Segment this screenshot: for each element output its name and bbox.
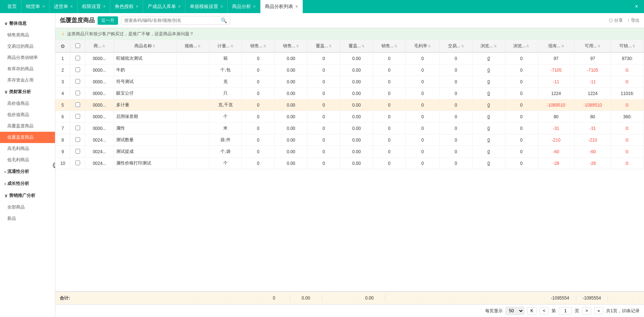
row-select-checkbox[interactable] (75, 91, 80, 95)
page-input[interactable] (559, 307, 572, 314)
close-permissions-tab[interactable]: × (103, 4, 106, 9)
nav-tab-roles[interactable]: 角色授权 × (110, 0, 143, 13)
close-products-tab[interactable]: × (178, 4, 181, 9)
gross-margin-column-header[interactable]: 毛利率⇅ (406, 40, 440, 52)
row-views1[interactable]: 0 (472, 76, 505, 88)
select-all-checkbox[interactable] (75, 43, 80, 48)
export-button[interactable]: ↑ 导出 (627, 17, 640, 24)
per-page-select[interactable]: 50 20 100 200 (506, 307, 524, 315)
close-sales-tab[interactable]: × (42, 4, 45, 9)
sidebar-section-wealth[interactable]: ∨ 类财富分析 (0, 86, 55, 98)
share-button[interactable]: ⬡ 分享 (609, 17, 623, 24)
nav-tab-goods-analysis[interactable]: 商品分析 × (228, 0, 260, 13)
settings-column-header[interactable]: ⚙ (55, 40, 70, 52)
search-input[interactable] (124, 18, 221, 23)
search-box[interactable]: 🔍 (121, 16, 230, 25)
row-select-checkbox[interactable] (75, 56, 80, 60)
row-views1[interactable]: 0 (472, 123, 505, 134)
sidebar-item-low-value[interactable]: 低价值商品 (0, 109, 55, 120)
sidebar-item-traded-goods[interactable]: 交易过的商品 (0, 41, 55, 52)
row-views1[interactable]: 0 (472, 111, 505, 123)
row-select-checkbox[interactable] (75, 102, 80, 107)
section-arrow-growth: › (4, 181, 6, 186)
sellable-column-header[interactable]: 可销...⇅ (611, 40, 644, 52)
code-column-header[interactable]: 商...⇅ (85, 40, 114, 52)
row-sales-amount: 0.00 (275, 64, 307, 76)
row-select-checkbox[interactable] (75, 149, 80, 154)
row-checkbox[interactable] (70, 123, 85, 134)
row-select-checkbox[interactable] (75, 67, 80, 72)
row-views1[interactable]: 0 (472, 146, 505, 158)
checkbox-column-header[interactable] (70, 40, 85, 52)
sidebar-item-sales-goods[interactable]: 销售类商品 (0, 29, 55, 41)
sales-coverage-column-header[interactable]: 销售...⇅ (373, 40, 406, 52)
available-stock-column-header[interactable]: 可用...⇅ (574, 40, 611, 52)
sidebar-item-low-margin[interactable]: 低毛利商品 (0, 154, 55, 166)
row-select-checkbox[interactable] (75, 137, 80, 142)
row-checkbox[interactable] (70, 158, 85, 169)
unit-column-header[interactable]: 计量...⇅ (209, 40, 242, 52)
row-checkbox[interactable] (70, 88, 85, 99)
row-views1[interactable]: 0 (472, 99, 505, 111)
close-roles-tab[interactable]: × (136, 4, 138, 9)
current-stock-column-header[interactable]: 现有...⇅ (538, 40, 574, 52)
sales-qty-column-header[interactable]: 销售...⇅ (242, 40, 275, 52)
sidebar-item-stock-capital[interactable]: 库存资金占用 (0, 75, 55, 86)
sidebar-section-liquidity[interactable]: › 流通性分析 (0, 166, 55, 178)
sales-amount-column-header[interactable]: 销售...⇅ (275, 40, 307, 52)
sidebar-section-marketing[interactable]: ∨ 营销推广分析 (0, 190, 55, 202)
row-views1[interactable]: 0 (472, 158, 505, 169)
row-views1[interactable]: 0 (472, 134, 505, 146)
filter-recent-month-button[interactable]: 近一月 (98, 16, 118, 25)
sidebar-item-in-stock-goods[interactable]: 有库存的商品 (0, 63, 55, 75)
close-all-tabs[interactable]: × (632, 3, 641, 10)
nav-tab-purchase[interactable]: 进货单 × (50, 0, 78, 13)
nav-tab-templates[interactable]: 单据模板设置 × (185, 0, 228, 13)
row-select-checkbox[interactable] (75, 79, 80, 84)
sidebar-item-low-coverage[interactable]: 低覆盖度商品 (0, 132, 55, 143)
sidebar-section-overall[interactable]: ∨ 整体信息 (0, 17, 55, 29)
nav-tab-home[interactable]: 首页 (3, 0, 21, 13)
name-column-header[interactable]: 商品名称⇅ (114, 40, 176, 52)
sidebar-section-growth[interactable]: › 成长性分析 (0, 178, 55, 190)
spec-column-header[interactable]: 规格...⇅ (176, 40, 209, 52)
sidebar-item-high-coverage[interactable]: 高覆盖度商品 (0, 120, 55, 132)
row-select-checkbox[interactable] (75, 161, 80, 165)
search-icon[interactable]: 🔍 (221, 17, 227, 23)
views2-column-header[interactable]: 浏览...⇅ (505, 40, 538, 52)
row-checkbox[interactable] (70, 111, 85, 123)
row-select-checkbox[interactable] (75, 126, 80, 130)
first-page-button[interactable]: K (527, 307, 537, 314)
row-views1[interactable]: 0 (472, 88, 505, 99)
row-checkbox[interactable] (70, 99, 85, 111)
sidebar-item-high-margin[interactable]: 高毛利商品 (0, 143, 55, 154)
coverage1-column-header[interactable]: 覆盖...⇅ (307, 40, 340, 52)
close-goods-analysis-tab[interactable]: × (253, 4, 256, 9)
nav-tab-permissions[interactable]: 权限设置 × (78, 0, 110, 13)
nav-tab-products[interactable]: 产成品入库单 × (143, 0, 185, 13)
row-checkbox[interactable] (70, 146, 85, 158)
prev-page-button[interactable]: < (539, 307, 549, 314)
transaction-column-header[interactable]: 交易...⇅ (440, 40, 472, 52)
nav-tab-sales[interactable]: 销货单 × (21, 0, 50, 13)
row-checkbox[interactable] (70, 64, 85, 76)
sidebar-item-high-value[interactable]: 高价值商品 (0, 98, 55, 109)
row-views1[interactable]: 0 (472, 52, 505, 64)
views1-column-header[interactable]: 浏览...⇅ (472, 40, 505, 52)
nav-tab-goods-analysis-list[interactable]: 商品分析列表 × (260, 0, 303, 13)
coverage2-column-header[interactable]: 覆盖...⇅ (340, 40, 373, 52)
sidebar-item-all-goods[interactable]: 全部商品 (0, 202, 55, 213)
row-unit: 袋,件 (209, 134, 242, 146)
close-purchase-tab[interactable]: × (70, 4, 73, 9)
next-page-button[interactable]: > (582, 307, 591, 314)
sidebar-item-new-goods[interactable]: 新品 (0, 213, 55, 224)
row-checkbox[interactable] (70, 134, 85, 146)
row-select-checkbox[interactable] (75, 114, 80, 119)
last-page-button[interactable]: » (594, 307, 603, 314)
row-views1[interactable]: 0 (472, 64, 505, 76)
sidebar-item-category-turnover[interactable]: 商品分类动销率 (0, 52, 55, 63)
row-checkbox[interactable] (70, 52, 85, 64)
close-goods-analysis-list-tab[interactable]: × (295, 4, 298, 9)
close-templates-tab[interactable]: × (220, 4, 223, 9)
row-checkbox[interactable] (70, 76, 85, 88)
